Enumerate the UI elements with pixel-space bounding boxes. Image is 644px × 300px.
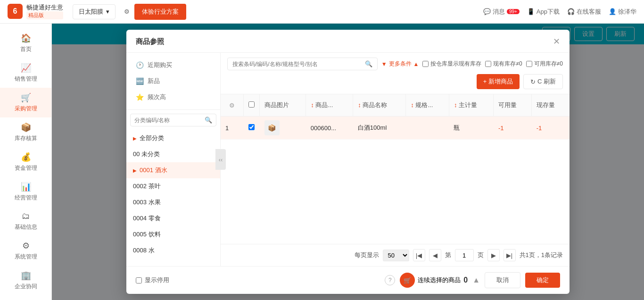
new-product-tab[interactable]: 🆕 新品 bbox=[131, 74, 215, 89]
cart-icon-btn[interactable]: 🛒 bbox=[400, 273, 415, 288]
last-page-btn[interactable]: ▶| bbox=[504, 249, 516, 261]
row-stock: -1 bbox=[532, 117, 570, 140]
app-download-label: App下载 bbox=[537, 8, 560, 16]
product-reference-modal: 商品参照 ✕ 🕐 近期购买 bbox=[126, 30, 570, 294]
available-nonzero-checkbox[interactable]: 可用库存≠0 bbox=[526, 60, 563, 68]
frequent-tab[interactable]: ⭐ 频次高 bbox=[131, 90, 215, 105]
add-product-btn[interactable]: + 新增商品 bbox=[477, 74, 520, 89]
pagination: 每页显示 50 20 100 |◀ ◀ 第 页 bbox=[221, 244, 570, 266]
table-row[interactable]: 1 📦 000600... 白酒100ml bbox=[221, 117, 570, 140]
settings-button[interactable]: ⚙ bbox=[119, 4, 134, 19]
product-search-input[interactable] bbox=[232, 61, 362, 67]
table-settings-btn[interactable]: ⚙ bbox=[225, 99, 239, 112]
category-list: ▶ 全部分类 00 未分类 ▶ 0001 酒水 bbox=[126, 130, 220, 261]
col-image: 商品图片 bbox=[260, 94, 306, 117]
category-item-2[interactable]: 0002 茶叶 bbox=[126, 178, 220, 194]
sidebar-item-enterprise[interactable]: 🏢 企业协同 bbox=[0, 266, 51, 295]
page-size-select[interactable]: 50 20 100 bbox=[383, 250, 409, 261]
category-item-3[interactable]: 0003 水果 bbox=[126, 194, 220, 210]
sidebar-item-guide[interactable]: 🚀 新手引导 bbox=[0, 295, 51, 300]
message-btn[interactable]: 💬 消息 99+ bbox=[483, 8, 520, 16]
logo-text: 畅捷通好生意 bbox=[26, 4, 63, 12]
online-service-btn[interactable]: 🎧 在线客服 bbox=[567, 8, 601, 16]
page-size-label: 每页显示 bbox=[355, 251, 379, 259]
toolbar-actions: + 新增商品 ↻ C 刷新 bbox=[477, 74, 563, 89]
sidebar-item-system[interactable]: ⚙ 系统管理 bbox=[0, 236, 51, 266]
page-number-input[interactable] bbox=[455, 249, 474, 261]
store-name: 日太阳膜 bbox=[79, 8, 103, 16]
category-search-icon[interactable]: 🔍 bbox=[205, 117, 212, 124]
refresh-btn[interactable]: ↻ C 刷新 bbox=[523, 74, 563, 89]
sidebar-item-basic[interactable]: 🗂 基础信息 bbox=[0, 207, 51, 236]
user-avatar[interactable]: 👤 徐泽华 bbox=[609, 8, 636, 16]
first-page-btn[interactable]: |◀ bbox=[413, 249, 425, 261]
category-item-1[interactable]: ▶ 0001 酒水 bbox=[126, 162, 220, 178]
next-page-btn[interactable]: ▶ bbox=[487, 249, 500, 261]
product-table-wrap: ⚙ 商品图片 bbox=[221, 94, 570, 244]
modal-title: 商品参照 bbox=[136, 37, 164, 46]
recent-purchase-icon: 🕐 bbox=[136, 61, 144, 69]
username-label: 徐泽华 bbox=[618, 8, 636, 16]
nav-right: 💬 消息 99+ 📱 App下载 🎧 在线客服 👤 徐泽华 bbox=[483, 8, 636, 16]
row-available: -1 bbox=[494, 117, 532, 140]
message-label: 消息 bbox=[493, 8, 505, 16]
system-icon: ⚙ bbox=[22, 241, 30, 251]
cancel-button[interactable]: 取消 bbox=[485, 272, 520, 288]
product-table: ⚙ 商品图片 bbox=[221, 94, 570, 140]
modal-left-panel: 🕐 近期购买 🆕 新品 ⭐ 频次高 bbox=[126, 53, 221, 266]
category-item-5[interactable]: 0005 饮料 bbox=[126, 226, 220, 242]
footer-right: ? 🛒 连续选择的商品 0 ▲ 取消 确定 bbox=[385, 272, 560, 288]
prev-page-btn[interactable]: ◀ bbox=[429, 249, 441, 261]
headset-icon: 🎧 bbox=[567, 8, 575, 15]
store-selector[interactable]: 日太阳膜 ▾ bbox=[73, 4, 116, 19]
row-num: 1 bbox=[221, 117, 244, 140]
collapse-up-btn[interactable]: ▲ bbox=[472, 276, 480, 284]
row-name: 白酒100ml bbox=[353, 117, 406, 140]
sidebar-item-sales[interactable]: 📈 销售管理 bbox=[0, 58, 51, 88]
left-panel-quick-tabs: 🕐 近期购买 🆕 新品 ⭐ 频次高 bbox=[126, 58, 220, 110]
category-item-4[interactable]: 0004 零食 bbox=[126, 210, 220, 226]
recent-purchase-tab[interactable]: 🕐 近期购买 bbox=[131, 58, 215, 73]
cart-badge-wrap: 🛒 连续选择的商品 0 bbox=[400, 273, 468, 288]
total-info: 共1页，1条记录 bbox=[520, 251, 563, 259]
category-search-wrap: 🔍 bbox=[130, 114, 216, 126]
filter-icon: ▼ bbox=[381, 61, 387, 67]
help-icon-btn[interactable]: ? bbox=[385, 275, 395, 285]
warehouse-display-checkbox[interactable]: 按仓库显示现有库存 bbox=[422, 60, 481, 68]
confirm-button[interactable]: 确定 bbox=[525, 273, 560, 288]
sidebar-item-home[interactable]: 🏠 首页 bbox=[0, 28, 51, 58]
sidebar-item-finance[interactable]: 💰 资金管理 bbox=[0, 147, 51, 177]
col-name: ↕ 商品名称 bbox=[353, 94, 406, 117]
experience-btn[interactable]: 体验行业方案 bbox=[134, 4, 186, 20]
select-all-checkbox[interactable] bbox=[248, 101, 255, 108]
category-item-7[interactable]: 0010 家电 bbox=[126, 258, 220, 261]
category-item-all[interactable]: ▶ 全部分类 bbox=[126, 130, 220, 146]
cart-count: 0 bbox=[463, 276, 468, 284]
stock-nonzero-checkbox[interactable]: 现有库存≠0 bbox=[485, 60, 522, 68]
product-search-icon[interactable]: 🔍 bbox=[365, 60, 372, 67]
row-checkbox[interactable] bbox=[248, 124, 255, 130]
modal-toolbar: 🔍 ▼ 更多条件 ▲ 按仓库显示现有库存 bbox=[221, 53, 570, 94]
col-spec: ↕ 规格... bbox=[406, 94, 449, 117]
product-search-wrap: 🔍 bbox=[227, 58, 378, 70]
sales-icon: 📈 bbox=[21, 63, 31, 73]
filter-more-btn[interactable]: ▼ 更多条件 ▲ bbox=[381, 60, 419, 68]
page-unit-label: 页 bbox=[478, 251, 484, 259]
col-stock: 现存量 bbox=[532, 94, 570, 117]
sidebar-item-operation[interactable]: 📊 经营管理 bbox=[0, 177, 51, 207]
modal-header: 商品参照 ✕ bbox=[126, 30, 570, 53]
category-item-6[interactable]: 0008 水 bbox=[126, 242, 220, 258]
category-search-input[interactable] bbox=[134, 117, 202, 124]
purchase-icon: 🛒 bbox=[21, 92, 31, 103]
row-image: 📦 bbox=[260, 117, 306, 140]
modal-close-button[interactable]: ✕ bbox=[553, 36, 560, 47]
app-download-btn[interactable]: 📱 App下载 bbox=[527, 8, 560, 16]
modal-right-panel: 🔍 ▼ 更多条件 ▲ 按仓库显示现有库存 bbox=[221, 53, 570, 266]
show-disabled-checkbox[interactable]: 显示停用 bbox=[136, 276, 169, 284]
sidebar-item-inventory[interactable]: 📦 库存核算 bbox=[0, 117, 51, 147]
operation-icon: 📊 bbox=[21, 182, 31, 192]
basic-icon: 🗂 bbox=[22, 211, 30, 221]
collapse-panel-button[interactable]: ‹‹ bbox=[215, 149, 226, 170]
sidebar-item-purchase[interactable]: 🛒 采购管理 bbox=[0, 88, 51, 117]
category-item-0[interactable]: 00 未分类 bbox=[126, 146, 220, 162]
